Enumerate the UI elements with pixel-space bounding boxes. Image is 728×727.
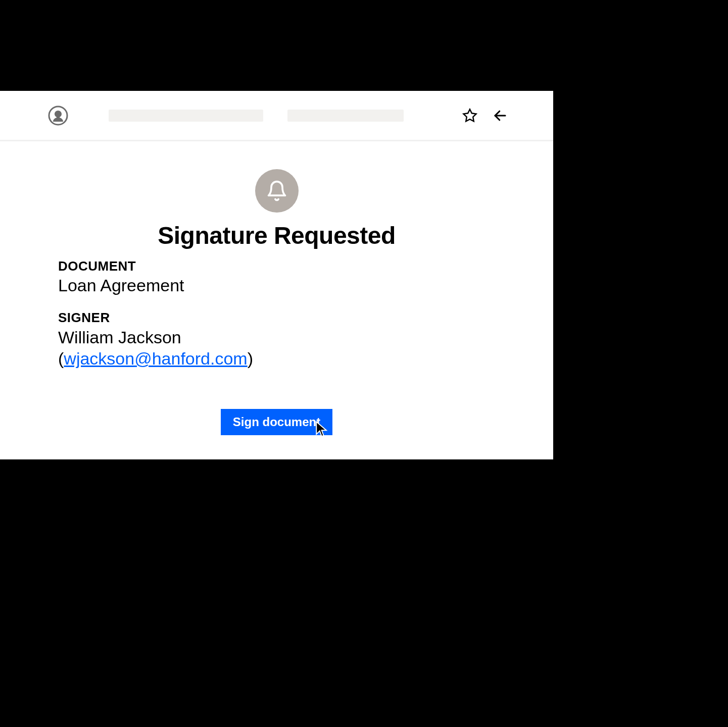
open-paren: ( bbox=[58, 349, 64, 368]
signer-name: William Jackson bbox=[58, 328, 181, 347]
bell-icon bbox=[255, 169, 299, 213]
page-title: Signature Requested bbox=[158, 222, 396, 249]
content-area: Signature Requested DOCUMENT Loan Agreem… bbox=[0, 141, 553, 435]
close-paren: ) bbox=[248, 349, 253, 368]
signer-block: SIGNER William Jackson (wjackson@hanford… bbox=[58, 310, 495, 370]
document-label: DOCUMENT bbox=[58, 258, 495, 274]
svg-marker-1 bbox=[464, 109, 476, 121]
sign-document-button[interactable]: Sign document bbox=[221, 409, 332, 435]
signer-email-link[interactable]: wjackson@hanford.com bbox=[64, 349, 247, 368]
placeholder-field-2 bbox=[287, 110, 404, 122]
signer-info: William Jackson (wjackson@hanford.com) bbox=[58, 327, 495, 370]
app-window: Signature Requested DOCUMENT Loan Agreem… bbox=[0, 91, 553, 459]
placeholder-field-1 bbox=[109, 110, 263, 122]
top-bar bbox=[0, 91, 553, 141]
back-arrow-icon[interactable] bbox=[490, 106, 510, 126]
document-name: Loan Agreement bbox=[58, 275, 495, 296]
signer-label: SIGNER bbox=[58, 310, 495, 326]
avatar-icon[interactable] bbox=[48, 106, 68, 126]
star-icon[interactable] bbox=[460, 106, 480, 126]
document-block: DOCUMENT Loan Agreement bbox=[58, 258, 495, 296]
